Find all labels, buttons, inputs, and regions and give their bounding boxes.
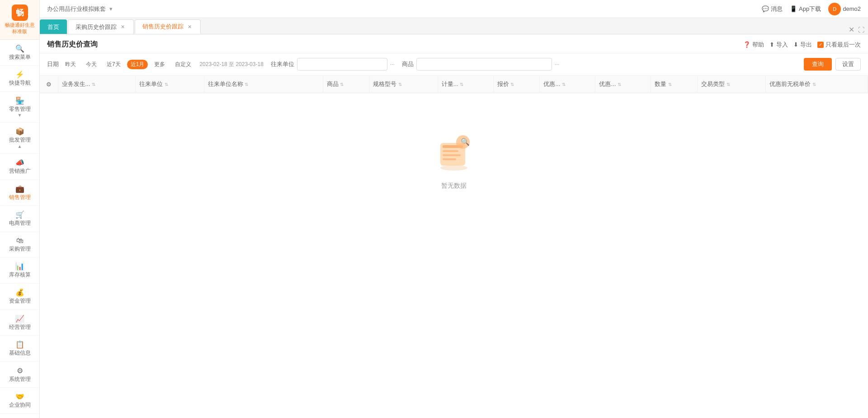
date-btn-1month[interactable]: 近1月 xyxy=(127,60,148,69)
goods-input[interactable] xyxy=(416,58,552,71)
tab-sales-close-icon[interactable]: ✕ xyxy=(186,24,193,30)
help-button[interactable]: ❓ 帮助 xyxy=(743,41,764,49)
filter-area: 日期 昨天 今天 近7天 近1月 更多 自定义 2023-02-18 至 202… xyxy=(40,53,868,76)
sort-discount2-icon[interactable]: ⇅ xyxy=(618,82,621,87)
sidebar-item-wholesale[interactable]: 📦 批发管理 ▲ xyxy=(0,123,39,154)
col-partner-code[interactable]: 往来单位 ⇅ xyxy=(136,76,204,93)
export-button[interactable]: ⬇ 导出 xyxy=(793,41,812,49)
data-table: ⚙ 业务发生... ⇅ 往来单位 ⇅ 往来单位名称 ⇅ xyxy=(40,76,868,93)
table-container: ⚙ 业务发生... ⇅ 往来单位 ⇅ 往来单位名称 ⇅ xyxy=(40,76,868,418)
gear-icon[interactable]: ⚙ xyxy=(46,81,52,88)
col-spec[interactable]: 规格型号 ⇅ xyxy=(369,76,438,93)
sidebar-item-wholesale-label: 批发管理 xyxy=(9,137,31,144)
page-header-actions: ❓ 帮助 ⬆ 导入 ⬇ 导出 ✓ 只看最后一次 xyxy=(743,41,861,49)
sidebar-item-enterprise[interactable]: 🤝 企业协同 xyxy=(0,388,39,414)
only-last-checkbox[interactable]: ✓ 只看最后一次 xyxy=(817,41,861,49)
tab-purchase-history[interactable]: 采购历史价跟踪 ✕ xyxy=(68,19,134,34)
date-range-display: 2023-02-18 至 2023-03-18 xyxy=(199,61,263,68)
col-price[interactable]: 报价 ⇅ xyxy=(493,76,540,93)
sidebar-item-retail[interactable]: 🏪 零售管理 ▼ xyxy=(0,92,39,123)
date-btn-more[interactable]: 更多 xyxy=(151,60,169,69)
sidebar-item-ecommerce[interactable]: 🛒 电商管理 xyxy=(0,206,39,232)
sort-partner-code-icon[interactable]: ⇅ xyxy=(165,82,168,87)
sort-date-icon[interactable]: ⇅ xyxy=(92,82,95,87)
goods-filter-group: 商品 ··· xyxy=(402,58,559,71)
empty-illustration: 🔍 xyxy=(431,129,476,175)
enterprise-icon: 🤝 xyxy=(15,392,24,401)
partner-input[interactable] xyxy=(297,58,387,71)
sidebar-item-basics[interactable]: 📋 基础信息 xyxy=(0,336,39,362)
tab-home[interactable]: 首页 xyxy=(40,19,67,34)
col-partner-name[interactable]: 往来单位名称 ⇅ xyxy=(204,76,323,93)
import-button[interactable]: ⬆ 导入 xyxy=(769,41,788,49)
app-download-button[interactable]: 📱 App下载 xyxy=(790,5,821,13)
date-btn-yesterday[interactable]: 昨天 xyxy=(61,60,80,69)
filter-actions: 查询 设置 xyxy=(804,58,861,71)
empty-state: 🔍 暂无数据 xyxy=(40,93,868,226)
sidebar-item-operations[interactable]: 📈 经营管理 xyxy=(0,310,39,336)
download-icon: 📱 xyxy=(790,5,797,12)
tab-sales-label: 销售历史价跟踪 xyxy=(142,23,184,31)
sidebar-item-purchase-label: 采购管理 xyxy=(9,246,31,253)
sort-goods-icon[interactable]: ⇅ xyxy=(340,82,344,87)
sort-spec-icon[interactable]: ⇅ xyxy=(398,82,402,87)
sort-discount1-icon[interactable]: ⇅ xyxy=(562,82,566,87)
sidebar-item-purchase[interactable]: 🛍 采购管理 xyxy=(0,232,39,258)
close-window-icon[interactable]: ✕ xyxy=(849,25,854,34)
sidebar-item-marketing-label: 营销推广 xyxy=(9,168,31,175)
sort-partner-name-icon[interactable]: ⇅ xyxy=(245,82,248,87)
chevron-up-icon: ▲ xyxy=(18,144,22,149)
message-icon: 💬 xyxy=(762,5,769,12)
sort-unit-icon[interactable]: ⇅ xyxy=(460,82,463,87)
sidebar-item-shortcut[interactable]: ⚡ 快捷导航 xyxy=(0,66,39,92)
topbar: 办公用品行业模拟账套 ▾ 💬 消息 📱 App下载 D demo2 xyxy=(40,0,868,18)
sidebar-item-system-label: 系统管理 xyxy=(9,376,31,383)
col-date[interactable]: 业务发生... ⇅ xyxy=(58,76,136,93)
partner-dots[interactable]: ··· xyxy=(390,61,395,67)
sidebar-item-system[interactable]: ⚙ 系统管理 xyxy=(0,362,39,388)
col-trade-type[interactable]: 交易类型 ⇅ xyxy=(698,76,766,93)
topbar-left: 办公用品行业模拟账套 ▾ xyxy=(47,5,113,13)
col-discount2[interactable]: 优惠... ⇅ xyxy=(595,76,651,93)
date-btn-custom[interactable]: 自定义 xyxy=(171,60,195,69)
goods-dots[interactable]: ··· xyxy=(555,61,559,67)
col-unit[interactable]: 计量... ⇅ xyxy=(438,76,493,93)
message-button[interactable]: 💬 消息 xyxy=(762,5,783,13)
svg-text:🔍: 🔍 xyxy=(461,138,470,146)
goods-filter-label: 商品 xyxy=(402,60,414,68)
date-btn-today[interactable]: 今天 xyxy=(82,60,100,69)
sort-quantity-icon[interactable]: ⇅ xyxy=(668,82,672,87)
sidebar-item-finance-label: 资金管理 xyxy=(9,298,31,305)
sort-no-tax-price-icon[interactable]: ⇅ xyxy=(812,82,816,87)
date-btn-7days[interactable]: 近7天 xyxy=(103,60,124,69)
sales-icon: 💼 xyxy=(15,185,24,193)
maximize-icon[interactable]: ⛶ xyxy=(858,26,864,33)
col-no-tax-price[interactable]: 优惠前无税单价 ⇅ xyxy=(766,76,868,93)
sort-price-icon[interactable]: ⇅ xyxy=(510,82,514,87)
col-settings[interactable]: ⚙ xyxy=(40,76,58,93)
col-discount1[interactable]: 优惠... ⇅ xyxy=(540,76,595,93)
tab-purchase-close-icon[interactable]: ✕ xyxy=(119,24,126,30)
page-header: 销售历史价查询 ❓ 帮助 ⬆ 导入 ⬇ 导出 ✓ 只看最后一次 xyxy=(40,34,868,53)
sidebar-item-newbie[interactable]: 🎯 新手引导 xyxy=(0,414,39,418)
system-icon: ⚙ xyxy=(17,366,23,375)
sidebar-item-inventory[interactable]: 📊 库存核算 xyxy=(0,257,39,284)
empty-svg-icon: 🔍 xyxy=(431,129,476,175)
tab-sales-history[interactable]: 销售历史价跟踪 ✕ xyxy=(135,19,201,34)
sidebar-item-search[interactable]: 🔍 搜索菜单 xyxy=(0,40,39,66)
svg-rect-4 xyxy=(443,154,461,156)
user-profile[interactable]: D demo2 xyxy=(828,3,861,15)
chevron-down-icon: ▼ xyxy=(18,113,22,118)
dropdown-icon[interactable]: ▾ xyxy=(109,5,113,12)
col-quantity[interactable]: 数量 ⇅ xyxy=(651,76,698,93)
settings-button[interactable]: 设置 xyxy=(835,58,861,71)
sort-trade-type-icon[interactable]: ⇅ xyxy=(726,82,730,87)
query-button[interactable]: 查询 xyxy=(804,58,832,71)
sidebar-item-sales[interactable]: 💼 销售管理 xyxy=(0,180,39,206)
sidebar-item-ecommerce-label: 电商管理 xyxy=(9,220,31,227)
sidebar-item-finance[interactable]: 💰 资金管理 xyxy=(0,284,39,310)
main-content: 办公用品行业模拟账套 ▾ 💬 消息 📱 App下载 D demo2 首页 采购历… xyxy=(40,0,868,418)
col-goods[interactable]: 商品 ⇅ xyxy=(323,76,369,93)
sidebar-item-marketing[interactable]: 📣 营销推广 xyxy=(0,154,39,180)
marketing-icon: 📣 xyxy=(15,158,24,167)
